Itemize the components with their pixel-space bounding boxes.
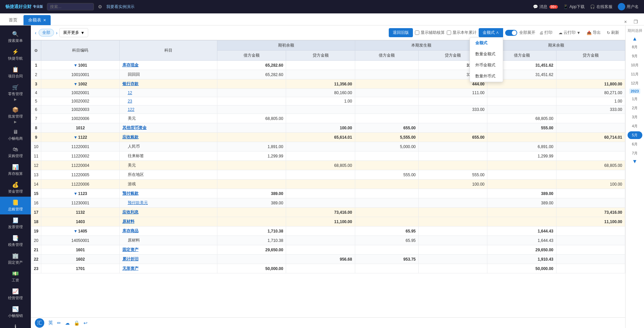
- table-row: 231701无形资产50,000.0050,000.00: [31, 264, 625, 273]
- dropdown-item-amount[interactable]: 金额式: [470, 38, 503, 49]
- row-pe_debit: [487, 180, 556, 189]
- row-name[interactable]: 其他货币资金: [119, 123, 217, 133]
- dropdown-item-qty-amount[interactable]: 数量金额式: [470, 49, 503, 60]
- sidebar-label-project: 项目合同: [8, 74, 23, 79]
- sidebar-item-quicknav[interactable]: ⚡ 快捷导航: [0, 46, 31, 64]
- rp-month-3[interactable]: 3月: [628, 113, 642, 121]
- rp-month-7[interactable]: 7月: [628, 149, 642, 157]
- row-pb_credit: [286, 226, 355, 236]
- sidebar-item-invoice[interactable]: 🧾 发票管理: [0, 214, 31, 232]
- expand-all-switch[interactable]: [505, 30, 517, 36]
- print-btn[interactable]: 🖨 打印: [537, 28, 554, 37]
- online-service-btn[interactable]: 🎧 在线客服: [590, 4, 612, 10]
- row-name[interactable]: 23: [119, 97, 217, 106]
- sidebar-item-purchase[interactable]: 🛍 采购管理: [0, 144, 31, 161]
- row-number: 14: [31, 180, 41, 189]
- table-row: 1211220004美元68,805.0068,805.00: [31, 161, 625, 170]
- sidebar-item-operations[interactable]: 📈 经营管理: [0, 285, 31, 303]
- rp-month-8[interactable]: 8月: [628, 43, 642, 51]
- sidebar-item-project[interactable]: 📋 项目合同: [0, 64, 31, 81]
- sidebar-item-salary[interactable]: 💵 工资: [0, 268, 31, 285]
- expand-more-label: 展开更多: [63, 30, 79, 36]
- ytd-check[interactable]: [447, 30, 451, 35]
- rp-month-10[interactable]: 10月: [628, 61, 642, 69]
- filter-prev-arrow[interactable]: ‹: [35, 30, 37, 36]
- row-name[interactable]: 12: [119, 89, 217, 97]
- sidebar-item-reimbursement[interactable]: 📉 小畅报销: [0, 303, 31, 321]
- demo-link[interactable]: 我要看实例演示: [106, 4, 135, 10]
- rp-month-6[interactable]: 6月: [628, 140, 642, 148]
- tab-home[interactable]: 首页: [4, 15, 22, 25]
- sidebar-label-assets: 固定资产: [8, 260, 23, 265]
- sidebar-item-ledger[interactable]: 📒 总账管理: [0, 197, 31, 214]
- sidebar-item-assets[interactable]: 🏢 固定资产: [0, 250, 31, 268]
- style-dropdown-btn[interactable]: 金额式 ∧: [479, 28, 503, 37]
- show-auxiliary-checkbox[interactable]: 显示辅助核算: [415, 30, 445, 36]
- settings-icon[interactable]: ⚙: [98, 4, 102, 9]
- message-btn[interactable]: 💬 消息 99+: [533, 4, 558, 10]
- rp-month-11[interactable]: 11月: [628, 70, 642, 78]
- rp-up-btn[interactable]: ▲: [632, 36, 638, 42]
- message-label: 消息: [539, 4, 547, 10]
- cloud-icon[interactable]: ☁: [65, 320, 70, 326]
- row-pb_credit: [286, 180, 355, 189]
- tab-close-btn[interactable]: ×: [43, 17, 46, 23]
- edit-icon[interactable]: ✏: [57, 320, 61, 326]
- filter-next-arrow[interactable]: ›: [56, 30, 58, 36]
- top-search-input[interactable]: [47, 3, 94, 10]
- rp-month-2[interactable]: 2月: [628, 104, 642, 112]
- window-close-btn[interactable]: ×: [622, 18, 629, 25]
- rp-month-9[interactable]: 9月: [628, 52, 642, 60]
- dropdown-item-foreign-amount[interactable]: 外币金额式: [470, 60, 503, 71]
- back-old-btn[interactable]: 退回旧版: [389, 28, 413, 37]
- rp-down-btn[interactable]: ▼: [632, 158, 638, 165]
- row-code: 1403: [41, 217, 119, 226]
- sidebar-item-inventory[interactable]: 📊 库存核算: [0, 161, 31, 179]
- rp-month-1[interactable]: 1月: [628, 95, 642, 103]
- row-pb_credit: [286, 151, 355, 161]
- export-btn[interactable]: 📤 导出: [585, 28, 603, 37]
- app-download-btn[interactable]: 📱 App下载: [563, 4, 585, 10]
- col-settings[interactable]: ⚙: [31, 41, 41, 61]
- table-row: 4100200011280,160.00111.0080,271.00: [31, 89, 625, 97]
- header-left: 畅捷通好业财 专业版 ⚙ 我要看实例演示: [5, 3, 135, 10]
- cloud-print-btn[interactable]: ☁ 云打印 ▼: [556, 28, 583, 37]
- row-pe_debit: [487, 217, 556, 226]
- dropdown-item-qty-foreign[interactable]: 数量外币式: [470, 71, 503, 82]
- show-ytd-checkbox[interactable]: 显示本年累计: [447, 30, 477, 36]
- assets-icon: 🏢: [12, 253, 19, 259]
- tab-balance-sheet[interactable]: 余额表 ×: [23, 15, 51, 25]
- row-name[interactable]: 预付款美元: [119, 198, 217, 208]
- filter-tag-all[interactable]: 全部: [39, 29, 54, 37]
- row-cp_debit: 5,555.00: [355, 133, 419, 142]
- row-number: 22: [31, 255, 41, 264]
- expand-more-btn[interactable]: 展开更多 ▼: [59, 28, 88, 37]
- sidebar-item-finance[interactable]: 💰 资金管理: [0, 179, 31, 197]
- sidebar-item-retail[interactable]: 🛒 零售管理 ▶: [0, 81, 31, 104]
- sidebar-item-ecommerce[interactable]: 🖥 小畅电商: [0, 126, 31, 144]
- table-row: 2014050001原材料1,710.3865.951,644.43: [31, 236, 625, 245]
- row-cp_credit: [419, 189, 487, 198]
- row-name: 所在地区: [119, 170, 217, 180]
- sidebar-item-basic[interactable]: ℹ 基础信息: [0, 321, 31, 328]
- lang-btn[interactable]: 英: [48, 320, 53, 326]
- rp-month-12[interactable]: 12月: [628, 79, 642, 87]
- lock-icon[interactable]: 🔒: [74, 320, 79, 326]
- row-cp_debit: [355, 151, 419, 161]
- rp-month-4[interactable]: 4月: [628, 122, 642, 130]
- row-name[interactable]: 122: [119, 106, 217, 114]
- rp-month-5[interactable]: 5月: [628, 131, 642, 139]
- sidebar-item-search[interactable]: 🔍 搜索菜单: [0, 28, 31, 46]
- row-pe_debit: [487, 161, 556, 170]
- row-cp_debit: [355, 180, 419, 189]
- row-pb_debit: 1,299.99: [217, 151, 286, 161]
- user-menu[interactable]: 👤 用户名: [618, 3, 639, 10]
- table-row: 1111220002往来标签1,299.991,299.99: [31, 151, 625, 161]
- sidebar-item-wholesale[interactable]: 📦 批发管理 ▶: [0, 104, 31, 126]
- sidebar-item-tax[interactable]: 📑 税务管理: [0, 232, 31, 250]
- refresh-btn[interactable]: ↻ 刷新: [605, 28, 621, 37]
- auxiliary-check[interactable]: [415, 30, 419, 35]
- window-restore-btn[interactable]: ❐: [632, 18, 640, 25]
- undo-icon[interactable]: ↩: [84, 320, 88, 326]
- currency-btn[interactable]: 汇: [35, 318, 44, 328]
